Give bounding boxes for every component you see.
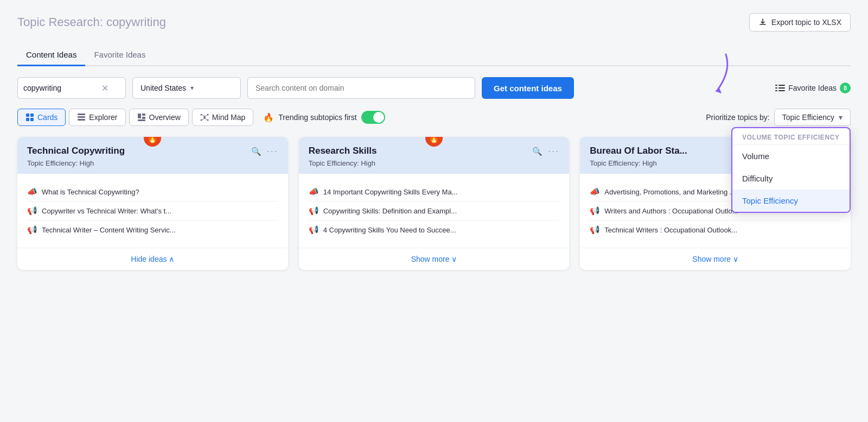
megaphone-blue-icon: 📢 bbox=[590, 206, 600, 216]
list-item: 📢 Technical Writer – Content Writing Ser… bbox=[27, 221, 278, 239]
hide-ideas-link[interactable]: Hide ideas ∧ bbox=[131, 255, 174, 263]
overview-icon bbox=[137, 113, 146, 122]
svg-rect-15 bbox=[142, 117, 145, 119]
grid-icon bbox=[25, 113, 34, 122]
page-header: Topic Research: copywriting Export topic… bbox=[17, 13, 851, 32]
svg-line-23 bbox=[205, 115, 207, 116]
export-icon bbox=[758, 18, 767, 27]
view-explorer-button[interactable]: Explorer bbox=[69, 109, 125, 126]
list-item: 📣 14 Important Copywriting Skills Every … bbox=[309, 182, 560, 201]
card-efficiency-2: Topic Efficiency: High bbox=[309, 159, 560, 167]
chevron-down-icon: ▾ bbox=[190, 84, 194, 92]
card-actions-1: 🔍 ··· bbox=[251, 146, 278, 157]
export-button[interactable]: Export topic to XLSX bbox=[749, 13, 851, 32]
toggle-knob bbox=[373, 112, 384, 123]
trending-toggle[interactable] bbox=[361, 111, 385, 124]
search-icon[interactable]: 🔍 bbox=[532, 147, 542, 156]
svg-rect-8 bbox=[26, 118, 29, 121]
svg-rect-5 bbox=[778, 90, 785, 91]
favorites-badge: 8 bbox=[840, 83, 851, 93]
list-item: 📢 Technical Writers : Occupational Outlo… bbox=[590, 221, 841, 239]
megaphone-blue-icon: 📢 bbox=[590, 225, 600, 235]
svg-point-21 bbox=[207, 119, 208, 121]
card-title-3: Bureau Of Labor Sta... bbox=[590, 146, 687, 156]
show-more-link-2[interactable]: Show more ∨ bbox=[411, 255, 457, 263]
card-technical-copywriting: 🔥 Technical Copywriting 🔍 ··· Topic Effi… bbox=[17, 137, 288, 270]
prioritize-wrap: Prioritize topics by: Topic Efficiency ▾… bbox=[706, 109, 851, 126]
svg-point-20 bbox=[200, 119, 202, 121]
country-selector[interactable]: United States ▾ bbox=[132, 77, 241, 99]
svg-line-22 bbox=[202, 115, 205, 116]
svg-rect-12 bbox=[78, 119, 85, 121]
get-ideas-button[interactable]: Get content ideas bbox=[482, 77, 574, 99]
mindmap-icon bbox=[200, 113, 209, 122]
megaphone-blue-icon: 📢 bbox=[27, 225, 37, 235]
svg-line-25 bbox=[205, 118, 207, 119]
clear-keyword-icon[interactable]: ✕ bbox=[99, 83, 108, 93]
svg-rect-16 bbox=[138, 119, 145, 121]
svg-rect-9 bbox=[30, 118, 34, 121]
tab-favorite-ideas[interactable]: Favorite Ideas bbox=[85, 45, 154, 66]
card-footer-1: Hide ideas ∧ bbox=[17, 248, 288, 270]
list-icon bbox=[775, 84, 785, 92]
svg-rect-3 bbox=[778, 87, 785, 89]
card-body-2: 📣 14 Important Copywriting Skills Every … bbox=[299, 174, 570, 248]
svg-point-18 bbox=[200, 114, 202, 116]
list-item: 📢 4 Copywriting Skills You Need to Succe… bbox=[309, 221, 560, 239]
card-title-2: Research Skills bbox=[309, 146, 377, 156]
megaphone-green-icon: 📣 bbox=[309, 187, 319, 197]
list-item: 📢 Copywriter vs Technical Writer: What's… bbox=[27, 201, 278, 221]
svg-rect-4 bbox=[775, 90, 777, 91]
card-body-1: 📣 What is Technical Copywriting? 📢 Copyw… bbox=[17, 174, 288, 248]
tabs-row: Content Ideas Favorite Ideas bbox=[17, 45, 851, 66]
prioritize-button[interactable]: Topic Efficiency ▾ bbox=[774, 109, 851, 126]
keyword-input[interactable] bbox=[23, 84, 99, 92]
domain-search-input[interactable] bbox=[247, 77, 475, 99]
svg-rect-1 bbox=[778, 85, 785, 86]
chevron-down-icon: ▾ bbox=[839, 113, 843, 122]
dropdown-column-headers: Volume Topic Efficiency bbox=[732, 128, 850, 145]
cards-grid: 🔥 Technical Copywriting 🔍 ··· Topic Effi… bbox=[17, 137, 851, 270]
view-cards-button[interactable]: Cards bbox=[17, 109, 66, 126]
card-header-1: 🔥 Technical Copywriting 🔍 ··· Topic Effi… bbox=[17, 137, 288, 174]
megaphone-green-icon: 📣 bbox=[590, 187, 600, 197]
megaphone-blue-icon: 📢 bbox=[309, 206, 319, 216]
favorites-link[interactable]: Favorite Ideas 8 bbox=[775, 83, 851, 93]
card-title-row-2: Research Skills 🔍 ··· bbox=[309, 146, 560, 157]
svg-rect-11 bbox=[78, 116, 85, 118]
svg-rect-10 bbox=[78, 114, 85, 115]
list-item: 📣 What is Technical Copywriting? bbox=[27, 182, 278, 201]
tab-content-ideas[interactable]: Content Ideas bbox=[17, 45, 85, 66]
card-footer-3: Show more ∨ bbox=[580, 248, 851, 270]
table-icon bbox=[77, 113, 86, 122]
card-research-skills: 🔥 Research Skills 🔍 ··· Topic Efficiency… bbox=[299, 137, 570, 270]
card-actions-2: 🔍 ··· bbox=[532, 146, 559, 157]
controls-row: Cards Explorer Overview bbox=[17, 109, 851, 126]
keyword-input-wrap: ✕ bbox=[17, 77, 126, 99]
dropdown-option-difficulty[interactable]: Difficulty bbox=[732, 167, 850, 190]
svg-rect-7 bbox=[30, 114, 34, 117]
card-efficiency-1: Topic Efficiency: High bbox=[27, 159, 278, 167]
list-item: 📢 Copywriting Skills: Definition and Exa… bbox=[309, 201, 560, 221]
more-icon[interactable]: ··· bbox=[267, 146, 278, 157]
card-footer-2: Show more ∨ bbox=[299, 248, 570, 270]
prioritize-select[interactable]: Topic Efficiency ▾ Volume Topic Efficien… bbox=[774, 109, 851, 126]
svg-rect-6 bbox=[26, 114, 29, 117]
view-mindmap-button[interactable]: Mind Map bbox=[192, 109, 253, 126]
more-icon[interactable]: ··· bbox=[548, 146, 559, 157]
svg-line-24 bbox=[202, 118, 205, 119]
svg-point-19 bbox=[207, 114, 208, 116]
view-overview-button[interactable]: Overview bbox=[129, 109, 189, 126]
flame-icon: 🔥 bbox=[263, 112, 274, 123]
svg-rect-2 bbox=[775, 87, 777, 89]
dropdown-option-topic-efficiency[interactable]: Topic Efficiency bbox=[732, 190, 850, 212]
show-more-link-3[interactable]: Show more ∨ bbox=[692, 255, 738, 263]
megaphone-blue-icon: 📢 bbox=[27, 206, 37, 216]
prioritize-dropdown: Volume Topic Efficiency Volume Difficult… bbox=[731, 127, 851, 213]
card-title-row-1: Technical Copywriting 🔍 ··· bbox=[27, 146, 278, 157]
card-header-2: 🔥 Research Skills 🔍 ··· Topic Efficiency… bbox=[299, 137, 570, 174]
megaphone-green-icon: 📣 bbox=[27, 187, 37, 197]
search-icon[interactable]: 🔍 bbox=[251, 147, 261, 156]
dropdown-option-volume[interactable]: Volume bbox=[732, 145, 850, 167]
card-title-1: Technical Copywriting bbox=[27, 146, 125, 156]
